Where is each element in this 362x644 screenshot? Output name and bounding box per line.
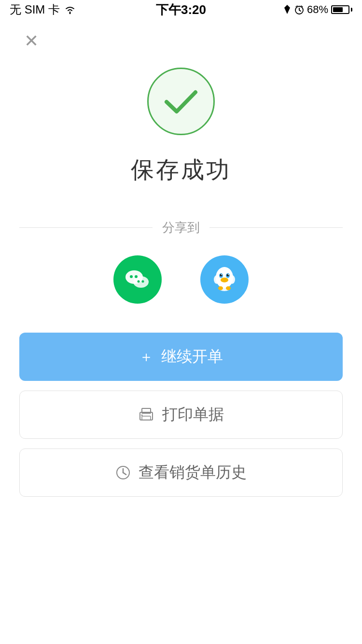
svg-line-31	[123, 473, 126, 475]
print-button[interactable]: 打印单据	[19, 391, 343, 439]
status-right: 68%	[283, 3, 352, 16]
action-buttons: ＋ 继续开单 打印单据	[0, 323, 362, 497]
divider-right	[209, 227, 343, 228]
success-section: 保存成功	[0, 29, 362, 205]
status-time: 下午3:20	[156, 1, 206, 18]
svg-point-23	[218, 286, 223, 290]
history-label: 查看销货单历史	[139, 462, 247, 483]
carrier-text: 无 SIM 卡	[10, 2, 60, 17]
svg-line-3	[299, 10, 301, 11]
status-left: 无 SIM 卡	[10, 2, 76, 17]
svg-point-24	[226, 286, 231, 290]
svg-point-15	[220, 274, 223, 276]
success-title: 保存成功	[131, 154, 231, 185]
svg-point-20	[214, 275, 220, 284]
print-icon	[138, 407, 154, 422]
alarm-icon	[294, 5, 304, 14]
svg-point-21	[229, 275, 235, 284]
wifi-icon	[64, 5, 76, 14]
close-icon: ✕	[24, 32, 39, 50]
main-content: 保存成功 分享到	[0, 19, 362, 497]
history-button[interactable]: 查看销货单历史	[19, 448, 343, 497]
battery-icon	[331, 5, 352, 14]
continue-button[interactable]: ＋ 继续开单	[19, 333, 343, 381]
share-divider: 分享到	[0, 219, 362, 236]
continue-label: 继续开单	[161, 346, 223, 367]
svg-point-8	[130, 275, 133, 278]
svg-point-19	[221, 278, 228, 282]
qq-share-button[interactable]	[200, 255, 249, 304]
svg-point-28	[141, 415, 143, 416]
svg-point-0	[70, 13, 71, 14]
svg-rect-27	[142, 416, 151, 420]
battery-percent: 68%	[307, 3, 328, 16]
svg-point-11	[142, 280, 144, 282]
location-icon	[283, 4, 292, 15]
wechat-icon	[123, 266, 152, 293]
wechat-share-button[interactable]	[113, 255, 162, 304]
svg-point-10	[138, 280, 140, 282]
share-label: 分享到	[153, 219, 209, 236]
plus-icon: ＋	[139, 350, 153, 364]
divider-left	[19, 227, 153, 228]
checkmark-icon	[164, 88, 198, 115]
status-bar: 无 SIM 卡 下午3:20 68%	[0, 0, 362, 19]
close-button[interactable]: ✕	[19, 29, 43, 53]
qq-icon	[210, 264, 239, 295]
svg-point-17	[221, 274, 222, 275]
print-label: 打印单据	[162, 404, 224, 425]
share-icons	[0, 255, 362, 304]
svg-point-18	[228, 274, 229, 275]
svg-point-16	[227, 274, 229, 276]
success-circle	[147, 68, 215, 135]
svg-point-9	[135, 275, 138, 278]
history-icon	[115, 465, 131, 480]
share-section: 分享到	[0, 205, 362, 323]
